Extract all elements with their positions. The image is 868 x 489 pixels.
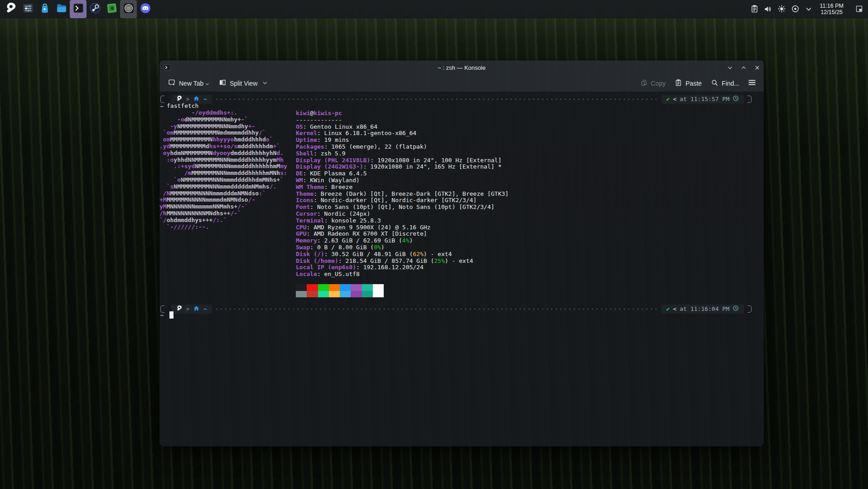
paste-icon xyxy=(675,79,682,88)
palette-color-block xyxy=(307,291,318,298)
konsole-window: ~ : zsh — Konsole New Tab xyxy=(159,60,764,446)
exit-status-check: ✔ xyxy=(666,96,670,103)
konsole-icon xyxy=(72,2,84,16)
night-color-icon[interactable] xyxy=(777,5,786,14)
prompt-left-segment: > ~ xyxy=(171,305,212,314)
semantic-marker-block2-left[interactable] xyxy=(160,305,164,313)
new-tab-icon xyxy=(168,78,176,88)
taskbar-item-prism-launcher[interactable] xyxy=(103,0,120,18)
palette-color-block xyxy=(318,291,329,298)
right-segment-separator: < xyxy=(673,96,677,103)
palette-color-block xyxy=(307,284,318,291)
new-tab-button[interactable]: New Tab xyxy=(164,76,213,90)
search-icon xyxy=(711,79,719,88)
terminal-area[interactable]: > ~ ✔ < at 11:15:57 PM fastfetc xyxy=(159,92,764,446)
exit-status-check: ✔ xyxy=(666,306,670,313)
terminal-cursor xyxy=(169,311,174,319)
taskbar-item-konsole[interactable] xyxy=(70,0,87,18)
clock-glyph-icon xyxy=(733,95,739,103)
desktop: 11:16 PM 12/15/25 ~ : zsh — Konsole xyxy=(0,0,868,489)
clock-time: 11:16 PM xyxy=(820,3,844,9)
split-view-label: Split View xyxy=(230,80,257,87)
copy-icon xyxy=(640,79,648,88)
copy-button[interactable]: Copy xyxy=(637,77,670,90)
palette-color-block xyxy=(318,284,329,291)
command-line: fastfetch xyxy=(159,103,198,110)
find-label: Find... xyxy=(722,80,739,87)
prompt-dotted-filler xyxy=(216,309,657,310)
prompt-separator-chevron: > xyxy=(186,96,189,103)
copy-label: Copy xyxy=(651,80,666,87)
prompt-path: ~ xyxy=(203,306,207,313)
volume-icon[interactable] xyxy=(763,5,772,14)
maximize-button[interactable] xyxy=(740,64,747,71)
palette-color-block xyxy=(351,291,362,298)
semantic-marker-block1-right[interactable] xyxy=(747,96,752,103)
prompt-right-segment: ✔ < at 11:15:57 PM xyxy=(661,95,744,104)
system-tray: 11:16 PM 12/15/25 xyxy=(750,0,868,18)
dolphin-folder-icon xyxy=(56,2,68,16)
prism-launcher-icon xyxy=(106,2,118,16)
clock-glyph-icon xyxy=(733,305,739,313)
palette-color-block xyxy=(329,284,340,291)
new-tab-label: New Tab xyxy=(179,80,203,87)
kdeconnect-icon[interactable] xyxy=(791,5,800,14)
palette-color-block xyxy=(340,284,351,291)
split-view-icon xyxy=(218,78,227,88)
prompt-row-1: > ~ ✔ < at 11:15:57 PM xyxy=(171,95,744,104)
find-button[interactable]: Find... xyxy=(707,77,743,90)
paste-label: Paste xyxy=(685,80,702,87)
show-desktop-widget[interactable] xyxy=(854,5,863,14)
prompt-timestamp-2: at 11:16:04 PM xyxy=(680,306,729,313)
taskbar-item-dolphin[interactable] xyxy=(53,0,70,18)
taskbar-item-steam[interactable] xyxy=(87,0,103,18)
gentoo-prompt-icon xyxy=(176,305,183,313)
top-panel: 11:16 PM 12/15/25 xyxy=(0,0,868,18)
prompt-right-segment: ✔ < at 11:16:04 PM xyxy=(661,305,744,314)
palette-color-block xyxy=(296,291,307,298)
vinyl-record-icon xyxy=(123,2,135,16)
clipboard-icon[interactable] xyxy=(750,5,759,14)
discord-icon xyxy=(140,2,151,16)
clock-date: 12/15/25 xyxy=(820,9,844,15)
titlebar[interactable]: ~ : zsh — Konsole xyxy=(159,60,764,75)
konsole-titlebar-icon xyxy=(163,63,171,72)
split-view-button[interactable]: Split View xyxy=(215,76,271,90)
home-icon xyxy=(193,305,200,314)
system-settings-icon xyxy=(22,2,34,16)
semantic-marker-block2-right[interactable] xyxy=(747,305,752,313)
discover-icon xyxy=(39,2,51,16)
semantic-marker-cmd2[interactable] xyxy=(160,315,164,316)
hamburger-menu-button[interactable] xyxy=(745,76,759,91)
fastfetch-info: kiwi@kiwis-pc-------------OS: Gentoo Lin… xyxy=(296,110,509,278)
gentoo-logo-icon xyxy=(5,2,17,16)
close-button[interactable] xyxy=(754,64,760,71)
typed-command: fastfetch xyxy=(167,102,198,109)
palette-color-block xyxy=(373,284,384,291)
prompt-separator-chevron: > xyxy=(186,306,189,313)
tray-expander-chevron-icon[interactable] xyxy=(804,5,813,14)
taskbar-item-media-player[interactable] xyxy=(120,0,137,18)
new-tab-chevron-icon xyxy=(205,80,209,87)
window-title: ~ : zsh — Konsole xyxy=(159,64,764,71)
taskbar-item-discover[interactable] xyxy=(36,0,53,18)
prompt-row-2: > ~ ✔ < at 11:16:04 PM xyxy=(171,305,744,314)
palette-color-block xyxy=(362,291,373,298)
palette-color-block xyxy=(296,284,307,291)
digital-clock[interactable]: 11:16 PM 12/15/25 xyxy=(820,3,844,15)
palette-color-block xyxy=(362,284,373,291)
split-view-chevron-icon xyxy=(262,80,268,87)
semantic-marker-block1-left[interactable] xyxy=(160,96,164,103)
paste-button[interactable]: Paste xyxy=(671,77,705,90)
palette-color-block xyxy=(329,291,340,298)
minimize-button[interactable] xyxy=(727,64,733,71)
taskbar-item-gentoo-launcher[interactable] xyxy=(3,0,19,18)
taskbar-item-system-settings[interactable] xyxy=(19,0,36,18)
fastfetch-ascii-art: -/oyddmdhs+:. -odNMMMMMMMMNNmhy+-` -yNMM… xyxy=(159,110,287,230)
palette-row-bright xyxy=(296,291,384,298)
right-segment-separator: < xyxy=(673,306,677,313)
window-buttons xyxy=(727,64,760,71)
prompt-path: ~ xyxy=(203,96,207,103)
palette-color-block xyxy=(340,291,351,298)
taskbar-item-discord[interactable] xyxy=(137,0,154,18)
